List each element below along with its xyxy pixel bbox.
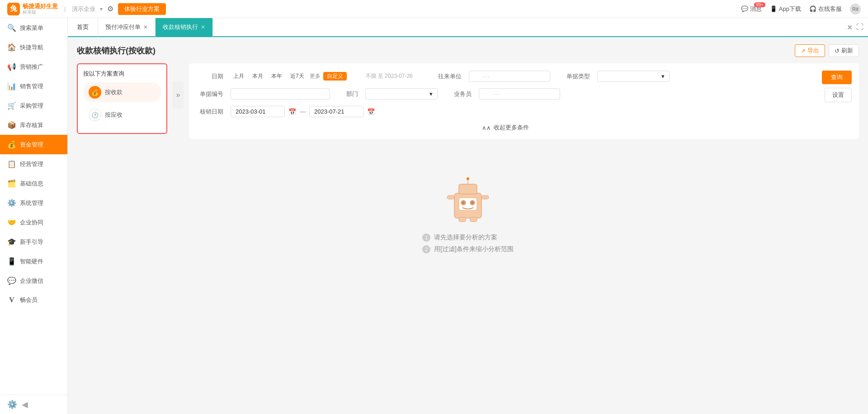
- doc-type-dropdown-icon: ▾: [661, 73, 665, 80]
- writeoff-date-end[interactable]: [309, 106, 363, 117]
- top-bar-right: 💬 消息 99+ 📱 App下载 🎧 在线客服 Rit: [741, 4, 861, 14]
- settings-button[interactable]: 设置: [825, 88, 852, 102]
- wechat-icon: 💬: [7, 276, 16, 285]
- svg-rect-9: [447, 195, 454, 199]
- svg-point-8: [467, 177, 469, 180]
- staff-input[interactable]: ···: [479, 88, 560, 100]
- sidebar-item-quick-nav[interactable]: 🏠 快捷导航: [0, 38, 67, 57]
- sidebar-item-member[interactable]: V 畅会员: [0, 290, 67, 309]
- online-service-icon: 🎧: [809, 5, 816, 12]
- sidebar-item-purchase[interactable]: 🛒 采购管理: [0, 96, 67, 115]
- app-download-label: App下载: [779, 5, 801, 13]
- query-button[interactable]: 查询: [822, 71, 852, 84]
- sidebar-item-hardware[interactable]: 📱 智能硬件: [0, 252, 67, 271]
- quick-nav-icon: 🏠: [7, 43, 16, 52]
- sidebar-item-enterprise[interactable]: 🤝 企业协同: [0, 213, 67, 232]
- more-conditions-btn[interactable]: ∧∧ 收起更多条件: [196, 124, 815, 132]
- industry-btn[interactable]: 体验行业方案: [118, 3, 166, 15]
- member-icon: V: [7, 296, 16, 304]
- filter-option-by-receivable[interactable]: 🕐 按应收: [83, 105, 161, 125]
- writeoff-date-end-cal-icon[interactable]: 📅: [367, 108, 375, 115]
- filter-layout: 按以下方案查询 💰 按收款 🕐 按应收 »: [77, 63, 859, 139]
- filter-row-writeoff-date: 核销日期 📅 — 📅: [196, 106, 815, 117]
- app-download-item[interactable]: 📱 App下载: [770, 5, 801, 13]
- online-service-item[interactable]: 🎧 在线客服: [809, 5, 842, 13]
- gear-icon[interactable]: ⚙: [107, 5, 113, 13]
- tab-receivable-close-icon[interactable]: ✕: [201, 24, 205, 30]
- sidebar-item-search-menu[interactable]: 🔍 搜索菜单: [0, 18, 67, 38]
- sidebar-item-sales[interactable]: 📊 销售管理: [0, 76, 67, 96]
- tab-prepay-label: 预付冲应付单: [105, 23, 141, 31]
- date-btn-7days[interactable]: 近7天: [288, 71, 307, 81]
- filter-panel-title: 按以下方案查询: [83, 70, 161, 78]
- tab-actions: ✕ ⛶: [842, 23, 868, 32]
- app-edition: 标准版: [23, 10, 58, 15]
- company-dropdown-icon[interactable]: ▾: [100, 6, 103, 12]
- more-conditions-label: 收起更多条件: [494, 124, 529, 132]
- sidebar-bottom: ⚙️ ◀: [0, 395, 67, 414]
- hardware-icon: 📱: [7, 257, 16, 266]
- refresh-icon: ↺: [835, 48, 840, 54]
- tab-receivable[interactable]: 收款核销执行 ✕: [156, 18, 213, 37]
- counterparty-input[interactable]: ···: [469, 71, 550, 82]
- empty-text: 1 请先选择要分析的方案 2 用[过滤]条件来缩小分析范围: [422, 233, 514, 257]
- export-button[interactable]: ↗ 导出: [795, 44, 825, 57]
- dept-dropdown-icon: ▾: [429, 90, 433, 97]
- guide-icon: 🎓: [7, 238, 16, 246]
- inventory-icon: 📦: [7, 121, 16, 129]
- writeoff-date-label: 核销日期: [196, 108, 223, 116]
- doc-type-select[interactable]: ▾: [597, 71, 670, 82]
- sidebar-settings-icon[interactable]: ⚙️: [7, 400, 17, 409]
- sidebar-collapse-icon[interactable]: ◀: [22, 400, 28, 409]
- date-custom-badge[interactable]: 自定义: [323, 72, 347, 81]
- tab-maximize-icon[interactable]: ⛶: [856, 23, 863, 31]
- sidebar-item-guide[interactable]: 🎓 新手引导: [0, 232, 67, 252]
- sidebar-item-system[interactable]: ⚙️ 系统管理: [0, 193, 67, 213]
- sidebar-item-label: 快捷导航: [20, 43, 43, 52]
- date-btn-last-month[interactable]: 上月: [231, 71, 247, 81]
- svg-rect-6: [459, 184, 477, 194]
- svg-point-5: [471, 201, 474, 204]
- app-download-icon: 📱: [770, 5, 777, 12]
- sidebar-item-marketing[interactable]: 📢 营销推广: [0, 57, 67, 76]
- sidebar-item-inventory[interactable]: 📦 库存核算: [0, 115, 67, 135]
- writeoff-date-start[interactable]: [231, 106, 285, 117]
- sidebar-item-operations[interactable]: 📋 经营管理: [0, 154, 67, 174]
- filter-option-by-receipt[interactable]: 💰 按收款: [83, 82, 161, 102]
- tab-prepay-close-icon[interactable]: ✕: [143, 24, 148, 30]
- sidebar-item-wechat[interactable]: 💬 企业微信: [0, 271, 67, 290]
- sidebar-item-basic-info[interactable]: 🗂️ 基础信息: [0, 174, 67, 193]
- tab-close-window-icon[interactable]: ✕: [847, 23, 853, 32]
- sidebar-item-label: 基础信息: [20, 180, 43, 188]
- tab-home[interactable]: 首页: [68, 18, 98, 37]
- tab-prepay[interactable]: 预付冲应付单 ✕: [98, 18, 156, 37]
- user-item[interactable]: Rit: [850, 4, 861, 14]
- sales-icon: 📊: [7, 82, 16, 90]
- export-label: 导出: [807, 47, 819, 55]
- refresh-button[interactable]: ↺ 刷新: [829, 44, 859, 57]
- date-btn-more[interactable]: 更多: [310, 72, 321, 80]
- company-name: 演示企业: [72, 5, 95, 13]
- sidebar-item-label: 系统管理: [20, 199, 43, 207]
- tab-receivable-label: 收款核销执行: [163, 23, 198, 31]
- date-btn-this-month[interactable]: 本月: [250, 71, 266, 81]
- sidebar-item-label: 新手引导: [20, 238, 43, 246]
- staff-label: 业务员: [454, 90, 472, 98]
- writeoff-date-start-cal-icon[interactable]: 📅: [288, 108, 296, 115]
- filter-row-date: 日期 上月 本月 本年 近7天 更多 自定义 不限: [196, 71, 815, 82]
- online-service-label: 在线客服: [818, 5, 842, 13]
- sidebar-item-label: 搜索菜单: [20, 24, 43, 32]
- main-layout: 🔍 搜索菜单 🏠 快捷导航 📢 营销推广 📊 销售管理 🛒 采购管理 📦 库存核…: [0, 18, 868, 414]
- svg-rect-12: [470, 217, 477, 222]
- dept-label: 部门: [346, 90, 358, 98]
- sidebar-item-label: 库存核算: [20, 121, 43, 129]
- message-item[interactable]: 💬 消息 99+: [741, 5, 762, 13]
- sidebar-item-funds[interactable]: 💰 资金管理: [0, 135, 67, 154]
- doc-no-input[interactable]: [231, 88, 330, 100]
- tab-bar: 首页 预付冲应付单 ✕ 收款核销执行 ✕ ✕ ⛶: [68, 18, 868, 37]
- collapse-btn[interactable]: »: [173, 81, 184, 109]
- date-btn-this-year[interactable]: 本年: [269, 71, 285, 81]
- filter-option-receipt-label: 按收款: [105, 88, 123, 96]
- dept-select[interactable]: ▾: [365, 88, 438, 100]
- filter-option-receivable-label: 按应收: [105, 111, 123, 119]
